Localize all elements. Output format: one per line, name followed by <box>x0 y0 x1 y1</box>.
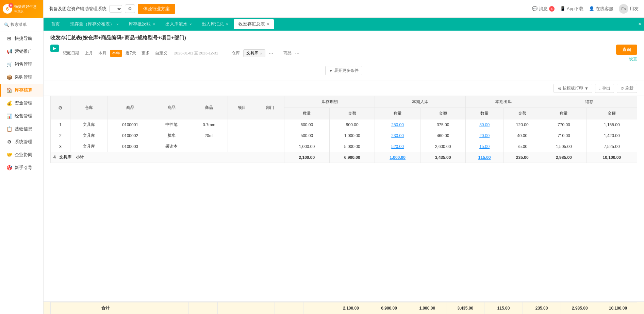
sidebar-nav: ⊞ 快捷导航 📢 营销推广 🛒 销售管理 📦 采购管理 🏠 库存核算 💰 资金管… <box>0 32 43 314</box>
print-button[interactable]: 🖨 按模板打印 ▼ <box>554 84 592 93</box>
tab-close-receive-summary[interactable]: × <box>267 22 269 26</box>
date-7days[interactable]: 近7天 <box>123 50 138 57</box>
header-settings-button[interactable]: ⚙ <box>125 4 135 13</box>
close-all-tabs-button[interactable]: × <box>638 21 641 27</box>
cell-warehouse: 文具库 <box>70 141 108 152</box>
download-icon: 📱 <box>560 6 565 11</box>
subtotal-label: 小计 <box>76 155 84 160</box>
cell-department <box>256 141 284 152</box>
tab-stock-dist[interactable]: 现存量（库存分布表） × <box>65 19 123 29</box>
main-table: ⚙ 仓库 商品 商品 商品 项目 部门 库存期初 本期入库 本期出库 结存 <box>50 96 637 163</box>
system-icon: ⚙ <box>6 139 12 145</box>
table-footer: 合计 2,100.00 6,900.00 1,000.00 3,435.00 1… <box>44 301 644 314</box>
sidebar-item-inventory[interactable]: 🏠 库存核算 <box>0 84 43 97</box>
date-more[interactable]: 更多 <box>139 50 152 57</box>
sidebar-item-guide[interactable]: 🎯 新手引导 <box>0 161 43 174</box>
cell-balance-amount: 1,155.00 <box>587 119 637 130</box>
th-in-qty: 数量 <box>375 108 420 119</box>
warehouse-tag-close[interactable]: × <box>260 51 262 55</box>
expand-conditions-button[interactable]: ▼ 展开更多条件 <box>325 66 363 75</box>
sidebar-item-marketing[interactable]: 📢 营销推广 <box>0 45 43 58</box>
total-out-qty: 115.00 <box>484 302 523 314</box>
cell-out-qty[interactable]: 80.00 <box>466 119 503 130</box>
th-opening-qty: 数量 <box>284 108 329 119</box>
main-area: 装备及固定资产辅助管理系统 ⚙ 体验行业方案 💬 消息 6 📱 App下载 👤 … <box>44 0 644 314</box>
online-service-action[interactable]: 👤 在线客服 <box>589 6 613 12</box>
date-shortcuts: 上月 本月 本年 近7天 更多 自定义 <box>83 50 169 57</box>
subtotal-balance-amount: 10,100.00 <box>587 152 637 163</box>
tab-close-inout-summary[interactable]: × <box>226 22 228 26</box>
date-last-month[interactable]: 上月 <box>83 50 95 57</box>
subtotal-label-cell: 4 文具库 小计 <box>51 152 284 163</box>
th-settings[interactable]: ⚙ <box>51 96 70 119</box>
system-dropdown[interactable] <box>109 5 122 13</box>
tab-inout-flow[interactable]: 出入库流水 × <box>161 19 196 29</box>
subtotal-out-qty[interactable]: 115.00 <box>466 152 503 163</box>
th-out-amount: 金额 <box>503 108 541 119</box>
tab-home[interactable]: 首页 <box>46 19 65 29</box>
sidebar-item-operations[interactable]: 📊 经营管理 <box>0 110 43 122</box>
cell-out-qty[interactable]: 15.00 <box>466 141 503 152</box>
th-goods-code: 商品 <box>108 96 153 119</box>
export-button[interactable]: ↓ 导出 <box>595 84 614 93</box>
tab-close-inout-flow[interactable]: × <box>189 22 192 26</box>
date-label: 记账日期 <box>63 50 79 56</box>
date-custom[interactable]: 自定义 <box>153 50 169 57</box>
cell-in-qty[interactable]: 520.00 <box>375 141 420 152</box>
cell-in-qty[interactable]: 250.00 <box>375 119 420 130</box>
column-settings-icon[interactable]: ⚙ <box>58 105 63 111</box>
goods-more[interactable]: ··· <box>295 50 299 56</box>
tab-close-batch[interactable]: × <box>153 22 155 26</box>
cell-balance-amount: 1,420.00 <box>587 130 637 141</box>
table-row: 1 文具库 0100001 中性笔 0.7mm 600.00 900.00 25… <box>51 119 637 130</box>
expand-icon: ▼ <box>329 68 333 73</box>
cell-out-qty[interactable]: 20.00 <box>466 130 503 141</box>
cell-warehouse: 文具库 <box>70 119 108 130</box>
goods-label: 商品 <box>283 50 292 56</box>
tab-inout-summary[interactable]: 出入库汇总 × <box>197 19 233 29</box>
query-button[interactable]: 查询 <box>616 45 637 55</box>
trial-button[interactable]: 体验行业方案 <box>138 4 175 14</box>
sidebar-item-sales[interactable]: 🛒 销售管理 <box>0 58 43 71</box>
th-warehouse: 仓库 <box>70 96 108 119</box>
settings-link-button[interactable]: 设置 <box>629 56 637 62</box>
sidebar-item-finance[interactable]: 💰 资金管理 <box>0 97 43 110</box>
sidebar-item-enterprise[interactable]: 🤝 企业协同 <box>0 148 43 161</box>
sidebar-item-basic[interactable]: 📋 基础信息 <box>0 122 43 135</box>
cell-department <box>256 119 284 130</box>
app-download-action[interactable]: 📱 App下载 <box>560 6 583 12</box>
marketing-icon: 📢 <box>6 49 12 54</box>
cell-no: 3 <box>51 141 70 152</box>
enterprise-icon: 🤝 <box>6 152 12 158</box>
subtotal-no: 4 <box>53 155 56 160</box>
sidebar-item-purchase[interactable]: 📦 采购管理 <box>0 71 43 84</box>
user-action[interactable]: Ea 用友 <box>619 4 639 14</box>
warehouse-more[interactable]: ··· <box>269 50 273 56</box>
messages-action[interactable]: 💬 消息 6 <box>532 6 555 12</box>
cell-opening-amount: 5,000.00 <box>330 141 375 152</box>
tab-close-stock-dist[interactable]: × <box>116 22 118 26</box>
subtotal-warehouse: 文具库 <box>59 155 71 160</box>
refresh-button[interactable]: ↺ 刷新 <box>617 84 637 93</box>
cell-project <box>228 119 256 130</box>
header-left: 装备及固定资产辅助管理系统 ⚙ 体验行业方案 <box>49 4 175 14</box>
cell-opening-qty: 600.00 <box>284 119 329 130</box>
tab-batch[interactable]: 库存批次账 × <box>124 19 160 29</box>
th-opening-amount: 金额 <box>330 108 375 119</box>
print-dropdown-icon: ▼ <box>584 86 589 91</box>
filter-collapse-button[interactable]: ▶ <box>50 45 59 52</box>
subtotal-in-qty[interactable]: 1,000.00 <box>375 152 420 163</box>
cell-balance-qty: 770.00 <box>541 119 587 130</box>
date-this-year[interactable]: 本年 <box>110 50 122 57</box>
sales-icon: 🛒 <box>6 62 12 67</box>
sidebar-item-quick-nav[interactable]: ⊞ 快捷导航 <box>0 32 43 45</box>
footer-table: 合计 2,100.00 6,900.00 1,000.00 3,435.00 1… <box>50 302 637 314</box>
logo-icon: 6 6 <box>3 4 12 14</box>
search-menu-button[interactable]: 🔍 搜索菜单 <box>3 20 40 29</box>
sidebar-item-system[interactable]: ⚙ 系统管理 <box>0 135 43 148</box>
date-this-month[interactable]: 本月 <box>96 50 109 57</box>
cell-in-qty[interactable]: 230.00 <box>375 130 420 141</box>
cell-project <box>228 130 256 141</box>
logo-text: 畅捷通好生意 标准版 <box>14 4 37 13</box>
tab-receive-summary[interactable]: 收发存汇总表 × <box>234 19 274 29</box>
